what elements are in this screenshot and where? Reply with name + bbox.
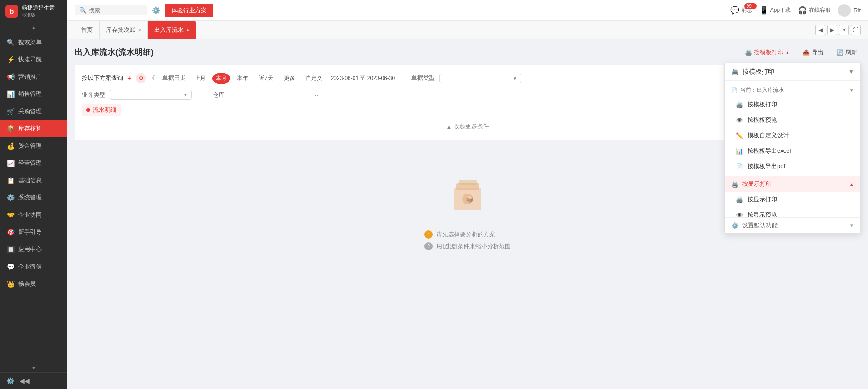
app-logo: b 畅捷通好生意 标准版 <box>0 0 67 23</box>
sidebar-item-system[interactable]: ⚙️ 系统管理 <box>0 189 67 206</box>
filter-add-btn[interactable]: ＋ <box>126 74 133 83</box>
sidebar-item-finance[interactable]: 💰 资金管理 <box>0 137 67 155</box>
sidebar-item-operation[interactable]: 📈 经营管理 <box>0 155 67 172</box>
app-download-btn[interactable]: 📱 App下载 <box>759 6 791 15</box>
filter-warehouse-item: 仓库 ··· <box>213 91 320 99</box>
message-badge[interactable]: 💬 消息 99+ <box>730 6 752 15</box>
tab-batch-account[interactable]: 库存批次账 × <box>100 21 148 39</box>
date-more-btn[interactable]: 更多 <box>280 73 299 84</box>
doc-type-select[interactable]: ▼ <box>439 74 521 83</box>
print-template-btn[interactable]: 🖨️ 按模板打印 ▲ <box>741 46 793 58</box>
search-icon: 🔍 <box>6 39 15 46</box>
export-label: 导出 <box>812 48 823 56</box>
sidebar-item-inventory[interactable]: 📦 库存核算 <box>0 120 67 137</box>
dropdown-item-display-print[interactable]: 🖨️ 按显示打印 <box>725 192 860 207</box>
trial-btn[interactable]: 体验行业方案 <box>165 4 213 17</box>
purchase-icon: 🛒 <box>6 108 15 115</box>
app-subtitle: 标准版 <box>22 12 55 18</box>
headset-icon: 🎧 <box>798 6 807 15</box>
date-current-year-btn[interactable]: 本年 <box>233 73 252 84</box>
online-service-btn[interactable]: 🎧 在线客服 <box>798 6 831 15</box>
topbar-gear-icon[interactable]: ⚙️ <box>152 6 160 15</box>
tab-inout-flow[interactable]: 出入库流水 × <box>148 21 196 39</box>
date-range-text: 2023-06-01 至 2023-06-30 <box>331 75 395 82</box>
doc-type-label: 单据类型 <box>411 74 435 82</box>
dropdown-item-template-pdf[interactable]: 📄 按模板导出pdf <box>725 159 860 174</box>
page-header: 出入库流水(流水明细) 🖨️ 按模板打印 ▲ 📤 导出 🔄 刷新 <box>75 46 861 58</box>
tab-fullscreen-btn[interactable]: ⛶ <box>851 25 861 35</box>
sidebar-item-search[interactable]: 🔍 搜索菜单 <box>0 34 67 51</box>
dropdown-item-template-preview[interactable]: 👁️ 按模板预览 <box>725 112 860 128</box>
tab-batch-close-icon[interactable]: × <box>138 27 141 33</box>
sidebar-item-basic[interactable]: 📋 基础信息 <box>0 172 67 189</box>
sidebar-item-label: 畅会员 <box>18 280 36 288</box>
display-print-section-title[interactable]: 🖨️ 按显示打印 ▲ <box>725 176 860 192</box>
filter-doc-type-item: 单据类型 ▼ <box>411 74 521 83</box>
wechat-icon: 💬 <box>6 263 15 270</box>
warehouse-more-icon[interactable]: ··· <box>314 91 320 99</box>
date-current-month-btn[interactable]: 本月 <box>212 73 230 84</box>
sidebar-item-quick-nav[interactable]: ⚡ 快捷导航 <box>0 51 67 68</box>
date-custom-btn[interactable]: 自定义 <box>302 73 326 84</box>
template-print-label: 按模板打印 <box>748 100 777 109</box>
sidebar-item-cooperation[interactable]: 🤝 企业协同 <box>0 206 67 224</box>
dropdown-item-template-custom[interactable]: ✏️ 模板自定义设计 <box>725 128 860 143</box>
dropdown-item-template-excel[interactable]: 📊 按模板导出excel <box>725 143 860 159</box>
template-custom-label: 模板自定义设计 <box>748 131 789 140</box>
sidebar-item-wechat[interactable]: 💬 企业微信 <box>0 258 67 275</box>
filter-settings-tag[interactable]: ⚙ <box>136 73 146 83</box>
sidebar-item-label: 快捷导航 <box>18 55 42 64</box>
active-filter-text: 流水明细 <box>93 106 116 114</box>
logo-icon: b <box>5 5 18 18</box>
business-type-select[interactable]: ▼ <box>110 90 192 100</box>
sidebar-item-label: 销售管理 <box>18 90 42 98</box>
sidebar-item-purchase[interactable]: 🛒 采购管理 <box>0 103 67 120</box>
sidebar-item-marketing[interactable]: 📢 营销推广 <box>0 68 67 85</box>
tab-home[interactable]: 首页 <box>75 21 100 39</box>
dropdown-footer[interactable]: ⚙️ 设置默认功能 ▼ <box>725 217 860 233</box>
export-icon: 📤 <box>803 49 810 56</box>
refresh-label: 刷新 <box>845 48 857 56</box>
sidebar-item-guide[interactable]: 🎯 新手引导 <box>0 224 67 241</box>
sidebar-item-apps[interactable]: 🔲 应用中心 <box>0 241 67 258</box>
dropdown-item-display-preview[interactable]: 👁️ 按显示预览 <box>725 207 860 217</box>
sidebar-scroll-down[interactable]: ▼ <box>0 364 67 372</box>
date-filter: 上月 本月 本年 近7天 更多 自定义 <box>190 73 326 84</box>
filter-collapse-icon[interactable]: 《 <box>149 74 155 82</box>
tab-next-btn[interactable]: ▶ <box>827 25 837 35</box>
settings-icon[interactable]: ⚙️ <box>6 377 14 384</box>
quick-nav-icon: ⚡ <box>6 56 15 63</box>
guide-icon: 🎯 <box>6 229 15 236</box>
step1-text: 请先选择要分析的方案 <box>436 229 495 240</box>
current-template-label: 📄 当前：出入库流水 ▼ <box>725 83 860 97</box>
dropdown-item-template-print[interactable]: 🖨️ 按模板打印 <box>725 97 860 112</box>
sidebar-item-member[interactable]: 👑 畅会员 <box>0 275 67 293</box>
message-count: 99+ <box>744 3 757 9</box>
content-area: 出入库流水(流水明细) 🖨️ 按模板打印 ▲ 📤 导出 🔄 刷新 <box>67 39 868 389</box>
refresh-btn[interactable]: 🔄 刷新 <box>833 46 861 58</box>
sales-icon: 📊 <box>6 90 15 98</box>
marketing-icon: 📢 <box>6 73 15 80</box>
footer-arrow: ▼ <box>849 223 854 228</box>
tab-prev-btn[interactable]: ◀ <box>815 25 825 35</box>
display-print-label: 按显示打印 <box>748 195 777 204</box>
date-last-7-btn[interactable]: 近7天 <box>255 73 277 84</box>
online-service-label: 在线客服 <box>809 6 831 14</box>
collapse-sidebar-icon[interactable]: ◀◀ <box>20 377 30 384</box>
search-box[interactable]: 🔍 <box>75 5 147 15</box>
user-profile[interactable]: Rit <box>838 4 861 17</box>
tab-close-btn[interactable]: ✕ <box>839 25 849 35</box>
custom-item-icon: ✏️ <box>736 132 743 139</box>
collapse-up-icon: ▲ <box>446 123 452 130</box>
date-label: 单据日期 <box>162 74 186 82</box>
dropdown-collapse-arrow[interactable]: ▼ <box>848 69 854 75</box>
sidebar-scroll-up[interactable]: ▲ <box>0 23 67 32</box>
sidebar-item-label: 企业协同 <box>18 211 42 219</box>
display-preview-icon: 👁️ <box>736 212 743 218</box>
sidebar-item-sales[interactable]: 📊 销售管理 <box>0 85 67 103</box>
export-btn[interactable]: 📤 导出 <box>799 46 827 58</box>
sidebar-item-label: 库存核算 <box>18 125 42 133</box>
tab-inout-close-icon[interactable]: × <box>186 27 189 33</box>
date-prev-month-btn[interactable]: 上月 <box>190 73 210 84</box>
search-input[interactable] <box>89 7 143 14</box>
